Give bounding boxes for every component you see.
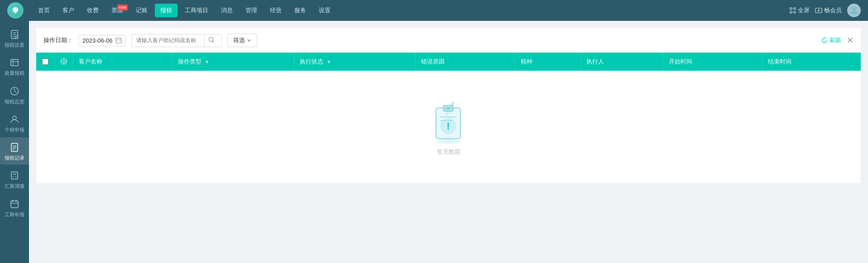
- svg-text:!: !: [446, 121, 450, 132]
- empty-illustration: !: [426, 98, 471, 148]
- main-content: 操作日期： 2023-06-06: [29, 21, 868, 263]
- svg-rect-28: [11, 201, 18, 208]
- data-table: 客户名称 操作类型 ▼ 执行状态 ▼ 错误原因 税种 执行人 开始时间 结束时间: [36, 53, 861, 184]
- close-button[interactable]: ✕: [847, 36, 854, 44]
- nav-item-service[interactable]: 服务: [289, 4, 312, 17]
- sidebar-item-label: 批量报税: [5, 70, 24, 76]
- svg-point-36: [209, 37, 213, 41]
- svg-point-52: [447, 107, 450, 110]
- svg-line-37: [212, 41, 214, 43]
- main-layout: 报税设置批量报税报税总览个税申报报税记录汇算清缴工商年报 操作日期： 2023-…: [0, 21, 868, 263]
- table-container: 操作日期： 2023-06-06: [36, 28, 861, 184]
- nav-item-economy[interactable]: 经营: [264, 4, 287, 17]
- nav-item-home[interactable]: 首页: [33, 4, 55, 17]
- sidebar-item-calculation[interactable]: 汇算清缴: [0, 166, 29, 193]
- fullscreen-button[interactable]: 全屏: [790, 6, 810, 15]
- svg-point-57: [436, 139, 461, 144]
- select-all-checkbox[interactable]: [42, 58, 48, 65]
- sidebar-item-annual-report[interactable]: 工商年报: [0, 194, 29, 221]
- header-exec-status[interactable]: 执行状态 ▼: [294, 53, 416, 71]
- header-end-time: 结束时间: [762, 53, 861, 71]
- svg-rect-1: [790, 8, 792, 10]
- fullscreen-label: 全屏: [798, 6, 810, 15]
- svg-rect-19: [11, 143, 18, 151]
- toolbar-right: 刷新 ✕: [821, 36, 854, 44]
- svg-rect-23: [11, 172, 18, 179]
- svg-point-0: [14, 9, 17, 11]
- nav-item-manage[interactable]: 管理: [240, 4, 263, 17]
- search-box: [131, 34, 222, 47]
- date-picker[interactable]: 2023-06-06: [78, 35, 126, 46]
- header-tax-type: 税种: [515, 53, 580, 71]
- svg-point-18: [13, 116, 16, 120]
- user-avatar[interactable]: [847, 4, 861, 17]
- sidebar-item-label: 个税申报: [5, 127, 24, 133]
- date-label: 操作日期：: [43, 36, 73, 44]
- svg-point-39: [62, 60, 65, 62]
- nav-item-bookkeeping[interactable]: 记账: [130, 4, 153, 17]
- nav-item-industry[interactable]: 工商项目: [179, 4, 214, 17]
- sidebar-item-label: 报税记录: [5, 155, 24, 161]
- op-type-sort-icon: ▼: [205, 59, 209, 64]
- svg-point-6: [852, 7, 856, 11]
- sidebar-item-tax-records[interactable]: 报税记录: [0, 137, 29, 165]
- sidebar-item-batch-tax[interactable]: 批量报税: [0, 53, 29, 80]
- svg-rect-32: [116, 38, 121, 43]
- nav-item-invoice[interactable]: 票据new: [106, 4, 129, 17]
- svg-rect-3: [790, 11, 792, 13]
- header-customer: 客户名称: [73, 53, 172, 71]
- nav-item-billing[interactable]: 收费: [82, 4, 104, 17]
- header-executor: 执行人: [580, 53, 663, 71]
- header-row: 客户名称 操作类型 ▼ 执行状态 ▼ 错误原因 税种 执行人 开始时间 结束时间: [36, 53, 861, 71]
- sidebar-item-tax-settings[interactable]: 报税设置: [0, 24, 29, 52]
- empty-cell: ! 暂无数据: [36, 71, 861, 184]
- doc-settings-icon: [9, 29, 20, 40]
- sidebar-item-label: 报税设置: [5, 42, 24, 48]
- app-logo[interactable]: [7, 2, 24, 19]
- search-input[interactable]: [132, 35, 204, 46]
- table-body: ! 暂无数据: [36, 71, 861, 184]
- top-nav: 首页客户收费票据new记账报税工商项目消息管理经营服务设置 全屏 畅会员: [0, 0, 868, 21]
- nav-item-customer[interactable]: 客户: [57, 4, 80, 17]
- svg-rect-24: [13, 173, 16, 175]
- nav-item-message[interactable]: 消息: [216, 4, 238, 17]
- overview-icon: [9, 86, 20, 97]
- nav-right: 全屏 畅会员: [790, 4, 861, 17]
- sidebar: 报税设置批量报税报税总览个税申报报税记录汇算清缴工商年报: [0, 21, 29, 263]
- filter-label: 筛选: [233, 36, 245, 44]
- table-header: 客户名称 操作类型 ▼ 执行状态 ▼ 错误原因 税种 执行人 开始时间 结束时间: [36, 53, 861, 71]
- header-checkbox-col: [36, 53, 54, 71]
- empty-state: ! 暂无数据: [42, 71, 855, 183]
- search-button[interactable]: [204, 34, 218, 47]
- sidebar-item-tax-overview[interactable]: 报税总览: [0, 81, 29, 108]
- date-value: 2023-06-06: [82, 37, 113, 44]
- member-button[interactable]: 畅会员: [815, 6, 842, 15]
- refresh-button[interactable]: 刷新: [821, 36, 841, 44]
- svg-rect-4: [794, 11, 796, 13]
- records-icon: [9, 142, 20, 153]
- annual-icon: [9, 199, 20, 209]
- header-error-reason: 错误原因: [416, 53, 515, 71]
- sidebar-item-label: 报税总览: [5, 98, 24, 105]
- calc-icon: [9, 170, 20, 181]
- header-settings-col[interactable]: [54, 53, 73, 71]
- batch-icon: [9, 57, 20, 68]
- svg-rect-2: [794, 8, 796, 10]
- svg-rect-14: [11, 59, 18, 66]
- header-op-type[interactable]: 操作类型 ▼: [172, 53, 294, 71]
- sidebar-item-personal-tax[interactable]: 个税申报: [0, 109, 29, 136]
- toolbar: 操作日期： 2023-06-06: [36, 28, 861, 53]
- empty-row: ! 暂无数据: [36, 71, 861, 184]
- nav-item-settings[interactable]: 设置: [313, 4, 336, 17]
- filter-button[interactable]: 筛选: [227, 34, 257, 47]
- header-start-time: 开始时间: [663, 53, 762, 71]
- exec-status-sort-icon: ▼: [326, 59, 331, 64]
- sidebar-item-label: 工商年报: [5, 211, 24, 218]
- nav-item-tax[interactable]: 报税: [155, 4, 177, 17]
- nav-menu: 首页客户收费票据new记账报税工商项目消息管理经营服务设置: [33, 4, 790, 17]
- empty-text: 暂无数据: [437, 148, 460, 156]
- person-icon: [9, 114, 20, 125]
- refresh-label: 刷新: [830, 36, 841, 44]
- sidebar-item-label: 汇算清缴: [5, 183, 24, 189]
- badge-new: new: [117, 5, 128, 10]
